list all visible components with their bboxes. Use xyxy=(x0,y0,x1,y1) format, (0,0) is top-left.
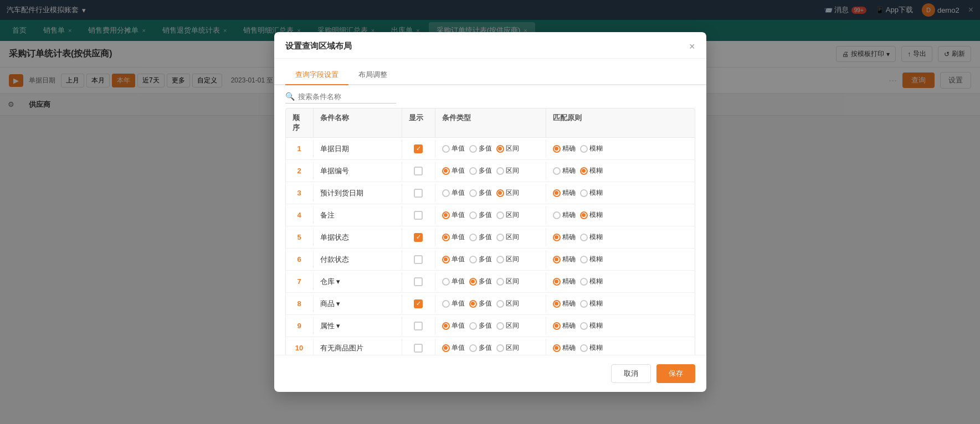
search-icon: 🔍 xyxy=(285,92,295,101)
col-match-header: 匹配原则 xyxy=(546,108,657,116)
dialog-table: 顺序 条件名称 显示 条件类型 匹配原则 1单据日期单值多值区间精确模糊2单据编… xyxy=(274,108,706,116)
dialog-overlay: 设置查询区域布局 × 查询字段设置 布局调整 🔍 顺序 条件名称 显示 条件类型… xyxy=(0,0,980,116)
dialog-close-btn[interactable]: × xyxy=(689,42,695,51)
dialog-header: 设置查询区域布局 × xyxy=(274,32,706,59)
dialog-table-header: 顺序 条件名称 显示 条件类型 匹配原则 xyxy=(285,108,695,116)
dialog-title: 设置查询区域布局 xyxy=(285,41,352,51)
dialog-tab-fields[interactable]: 查询字段设置 xyxy=(285,65,348,85)
dialog-tabs: 查询字段设置 布局调整 xyxy=(274,59,706,85)
col-order-header: 顺序 xyxy=(286,108,314,116)
col-type-header: 条件类型 xyxy=(435,108,546,116)
col-name-header: 条件名称 xyxy=(314,108,402,116)
dialog-search-area: 🔍 xyxy=(274,85,706,108)
col-display-header: 显示 xyxy=(402,108,435,116)
settings-dialog: 设置查询区域布局 × 查询字段设置 布局调整 🔍 顺序 条件名称 显示 条件类型… xyxy=(274,32,706,116)
dialog-tab-layout[interactable]: 布局调整 xyxy=(348,65,397,85)
search-input[interactable] xyxy=(298,92,387,101)
search-wrap: 🔍 xyxy=(285,92,396,104)
